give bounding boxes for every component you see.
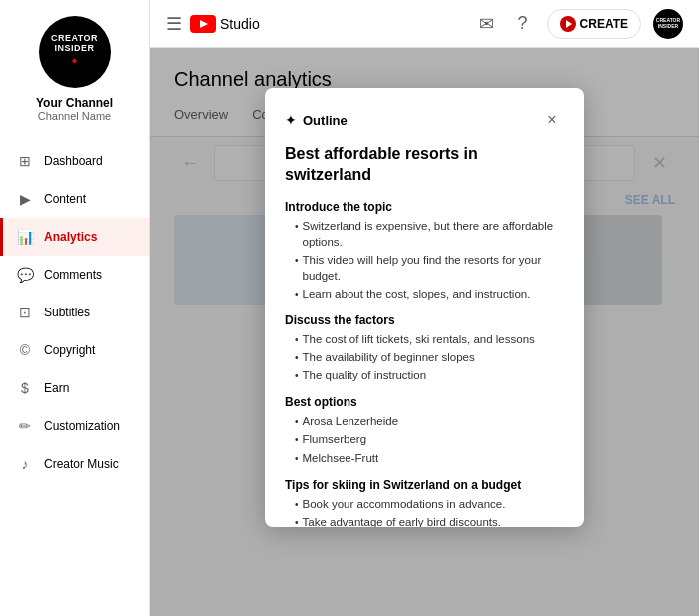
youtube-logo-icon xyxy=(190,15,216,33)
section-item-0-0: •Switzerland is expensive, but there are… xyxy=(295,218,564,250)
subtitles-icon: ⊡ xyxy=(16,304,34,321)
modal-close-button[interactable]: × xyxy=(540,108,564,132)
sidebar-item-dashboard[interactable]: ⊞ Dashboard xyxy=(0,142,149,180)
analytics-icon: 📊 xyxy=(16,228,34,246)
copyright-icon: © xyxy=(16,341,34,359)
sidebar-item-creator-music[interactable]: ♪ Creator Music xyxy=(0,445,149,483)
content-icon: ▶ xyxy=(16,190,34,208)
sidebar-item-label: Analytics xyxy=(44,230,97,244)
sidebar-item-label: Comments xyxy=(44,268,102,282)
section-item-2-1: •Flumserberg xyxy=(295,431,564,447)
modal: ✦ Outline × Best affordable resorts in s… xyxy=(265,88,584,527)
section-item-2-0: •Arosa Lenzerheide xyxy=(295,413,564,429)
outline-icon: ✦ xyxy=(285,112,297,128)
hamburger-icon[interactable]: ☰ xyxy=(166,13,182,35)
modal-header: ✦ Outline × xyxy=(285,108,564,132)
svg-marker-2 xyxy=(566,20,572,28)
creator-insider-badge[interactable]: CREATORINSIDER xyxy=(653,9,683,39)
modal-title-row: ✦ Outline xyxy=(285,112,348,128)
section-title-2: Best options xyxy=(285,395,564,409)
section-item-3-0: •Book your accommodations in advance. xyxy=(295,496,564,512)
channel-subname: Channel Name xyxy=(38,110,111,122)
modal-overlay: ✦ Outline × Best affordable resorts in s… xyxy=(150,48,699,616)
creator-music-icon: ♪ xyxy=(16,455,34,473)
channel-name: Your Channel xyxy=(36,96,113,110)
sidebar-item-label: Earn xyxy=(44,381,69,395)
section-item-1-1: •The availability of beginner slopes xyxy=(295,349,564,365)
sidebar-item-label: Customization xyxy=(44,419,120,433)
section-item-3-1: •Take advantage of early bird discounts. xyxy=(295,514,564,527)
modal-tag: Outline xyxy=(303,113,348,128)
sidebar-item-label: Copyright xyxy=(44,343,95,357)
sidebar-item-subtitles[interactable]: ⊡ Subtitles xyxy=(0,294,149,331)
section-title-1: Discuss the factors xyxy=(285,313,564,327)
sidebar-item-comments[interactable]: 💬 Comments xyxy=(0,256,149,294)
section-item-0-2: •Learn about the cost, slopes, and instr… xyxy=(295,286,564,302)
topbar-left: ☰ Studio xyxy=(166,13,260,35)
sidebar-item-label: Creator Music xyxy=(44,457,119,471)
sidebar-item-customization[interactable]: ✏ Customization xyxy=(0,407,149,445)
yt-studio-logo: Studio xyxy=(190,15,260,33)
comments-icon: 💬 xyxy=(16,266,34,284)
sidebar-item-earn[interactable]: $ Earn xyxy=(0,369,149,407)
sidebar-item-label: Subtitles xyxy=(44,306,90,319)
customization-icon: ✏ xyxy=(16,417,34,435)
sidebar-item-copyright[interactable]: © Copyright xyxy=(0,331,149,369)
sidebar-item-analytics[interactable]: 📊 Analytics xyxy=(0,218,149,256)
help-icon[interactable]: ? xyxy=(511,12,535,36)
sidebar: CREATOR INSIDER • Your Channel Channel N… xyxy=(0,0,150,616)
section-item-0-1: •This video will help you find the resor… xyxy=(295,252,564,284)
sidebar-item-label: Content xyxy=(44,192,86,206)
earn-icon: $ xyxy=(16,379,34,397)
modal-heading: Best affordable resorts in switzerland xyxy=(285,144,564,186)
main-area: ☰ Studio ✉ ? CREATE CREATORINSIDER xyxy=(150,0,699,616)
sidebar-nav: ⊞ Dashboard ▶ Content 📊 Analytics 💬 Comm… xyxy=(0,142,149,483)
avatar-dot: • xyxy=(72,54,77,69)
section-item-1-2: •The quality of instruction xyxy=(295,367,564,383)
content-area: Channel analytics Overview Content Audie… xyxy=(150,48,699,616)
topbar: ☰ Studio ✉ ? CREATE CREATORINSIDER xyxy=(150,0,699,48)
create-label: CREATE xyxy=(580,17,628,31)
sidebar-header: CREATOR INSIDER • Your Channel Channel N… xyxy=(0,0,149,134)
create-btn-icon xyxy=(560,16,576,32)
section-title-3: Tips for skiing in Switzerland on a budg… xyxy=(285,478,564,492)
studio-label: Studio xyxy=(220,16,260,32)
topbar-right: ✉ ? CREATE CREATORINSIDER xyxy=(475,9,683,39)
section-item-2-2: •Melchsee-Frutt xyxy=(295,450,564,466)
section-item-1-0: •The cost of lift tickets, ski rentals, … xyxy=(295,331,564,347)
comment-topbar-icon[interactable]: ✉ xyxy=(475,12,499,36)
sidebar-item-content[interactable]: ▶ Content xyxy=(0,180,149,218)
create-button[interactable]: CREATE xyxy=(547,9,641,39)
dashboard-icon: ⊞ xyxy=(16,152,34,170)
sidebar-item-label: Dashboard xyxy=(44,154,103,168)
avatar[interactable]: CREATOR INSIDER • xyxy=(39,16,111,88)
section-title-0: Introduce the topic xyxy=(285,200,564,214)
